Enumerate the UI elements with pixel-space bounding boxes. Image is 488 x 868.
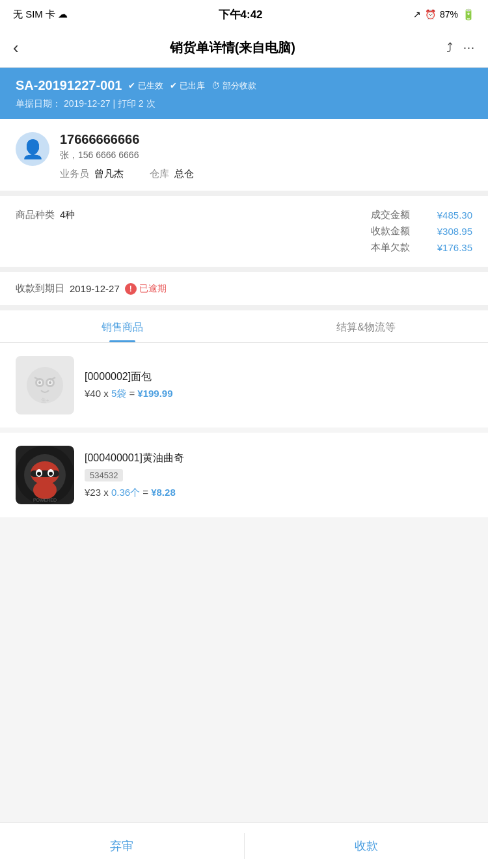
product-tag: 534532 [85,469,123,481]
overdue-dot-icon: ! [125,283,137,295]
confirm-button[interactable]: 收款 [245,823,489,868]
nav-right[interactable]: ⤴ ··· [446,40,475,55]
sales-info: 业务员 曾凡杰 [60,168,124,180]
svg-point-16 [33,481,57,499]
svg-text:鱼+: 鱼+ [41,398,49,403]
product-thumbnail: POWERED [16,446,74,504]
bottom-bar: 弃审 收款 [0,822,488,868]
product-price-row: ¥40 x 5袋 = ¥199.99 [85,388,472,400]
product-info: [0000002]面包 ¥40 x 5袋 = ¥199.99 [85,370,472,400]
collected-value: ¥308.95 [420,226,472,237]
deal-label: 成交金额 [371,209,410,221]
svg-point-5 [38,381,41,384]
financial-stats: 成交金额 ¥485.30 收款金额 ¥308.95 本单欠款 ¥176.35 [371,209,472,254]
date-label: 单据日期： [16,98,61,109]
tabs-section: 销售商品 结算&物流等 [0,310,488,343]
product-info: [000400001]黄油曲奇 534532 ¥23 x 0.36个 = ¥8.… [85,452,472,499]
collected-label: 收款金额 [371,225,410,237]
svg-point-14 [37,472,41,476]
product-thumbnail: 鱼+ [16,356,74,414]
collected-amount-row: 收款金额 ¥308.95 [371,225,472,237]
back-button[interactable]: ‹ [13,38,19,58]
status-left: 无 SIM 卡 ☁ [13,8,68,21]
avatar: 👤 [16,132,49,166]
nav-bar: ‹ 销货单详情(来自电脑) ⤴ ··· [0,29,488,68]
customer-name-phone: 张，156 6666 6666 [60,150,472,161]
overdue-text: 已逾期 [139,283,167,295]
product-name: [0000002]面包 [85,370,472,384]
warehouse-label: 仓库 [150,168,169,179]
order-date-row: 单据日期： 2019-12-27 | 打印 2 次 [16,98,472,110]
products-list: 鱼+ [0000002]面包 ¥40 x 5袋 = ¥199.99 [0,343,488,517]
product-qty: 5袋 [111,388,129,399]
more-icon[interactable]: ··· [463,41,475,55]
product-type-stat: 商品种类 4种 [16,209,75,221]
customer-info: 17666666666 张，156 6666 6666 业务员 曾凡杰 仓库 总… [60,132,472,180]
type-value: 4种 [60,209,75,221]
list-item: 鱼+ [0000002]面包 ¥40 x 5袋 = ¥199.99 [0,343,488,427]
order-date: 2019-12-27 [64,98,111,109]
due-date-value: 2019-12-27 [70,283,120,294]
share-icon[interactable]: ⤴ [446,40,453,55]
owl-placeholder-icon: 鱼+ [25,366,64,405]
customer-meta: 业务员 曾凡杰 仓库 总仓 [60,168,472,180]
warehouse-info: 仓库 总仓 [150,168,194,180]
product-qty: 0.36个 [111,487,142,498]
nav-left[interactable]: ‹ [13,38,19,58]
battery-text: 87% [440,9,458,20]
status-time: 下午4:42 [219,7,263,22]
sales-value: 曾凡杰 [94,168,124,179]
owed-value: ¥176.35 [420,242,472,253]
location-icon: ↗ [413,9,421,20]
product-total: ¥8.28 [151,487,176,498]
status-bar: 无 SIM 卡 ☁ 下午4:42 ↗ ⏰ 87% 🔋 [0,0,488,29]
list-item: POWERED [000400001]黄油曲奇 534532 ¥23 x 0.3… [0,433,488,517]
tab-settlement[interactable]: 结算&物流等 [244,310,488,342]
due-date-section: 收款到期日 2019-12-27 ! 已逾期 [0,272,488,310]
print-count: 2 [139,98,144,109]
cancel-button[interactable]: 弃审 [0,823,244,868]
tabs-row: 销售商品 结算&物流等 [0,310,488,342]
sales-label: 业务员 [60,168,89,179]
header-banner: SA-20191227-001 已生效 已出库 部分收款 单据日期： 2019-… [0,68,488,119]
customer-section: 👤 17666666666 张，156 6666 6666 业务员 曾凡杰 仓库… [0,119,488,196]
badge-effective: 已生效 [128,80,163,92]
thumb-placeholder: 鱼+ [16,356,74,414]
warehouse-value: 总仓 [174,168,194,179]
deal-value: ¥485.30 [420,210,472,221]
battery-icon: 🔋 [462,8,475,21]
status-right: ↗ ⏰ 87% 🔋 [413,8,475,21]
stats-section: 商品种类 4种 成交金额 ¥485.30 收款金额 ¥308.95 本单欠款 ¥… [0,196,488,272]
product-total: ¥199.99 [137,388,172,399]
owed-label: 本单欠款 [371,241,410,254]
svg-text:POWERED: POWERED [33,498,57,502]
tab-sales-products[interactable]: 销售商品 [0,310,244,342]
badge-partial: 部分收款 [211,80,256,92]
type-label: 商品种类 [16,209,55,221]
badge-shipped: 已出库 [170,80,205,92]
deal-amount-row: 成交金额 ¥485.30 [371,209,472,221]
product-price-row: ¥23 x 0.36个 = ¥8.28 [85,487,472,499]
overdue-badge: ! 已逾期 [125,283,167,295]
page-title: 销货单详情(来自电脑) [170,39,295,57]
print-label: | 打印 [113,98,136,109]
svg-rect-11 [31,470,59,477]
product-image-icon: POWERED [16,446,74,504]
order-id: SA-20191227-001 [16,78,122,93]
product-name: [000400001]黄油曲奇 [85,452,472,465]
person-icon: 👤 [21,139,44,160]
owed-amount-row: 本单欠款 ¥176.35 [371,241,472,254]
svg-point-6 [49,381,51,384]
print-unit: 次 [146,98,156,109]
customer-id: 17666666666 [60,132,472,147]
svg-point-15 [49,472,53,476]
due-label: 收款到期日 [16,282,64,295]
alarm-icon: ⏰ [425,9,436,20]
